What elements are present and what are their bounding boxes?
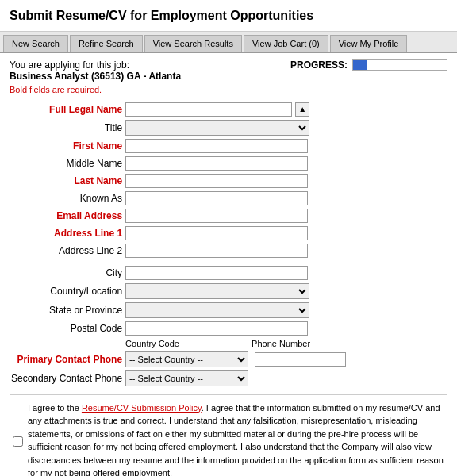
label-address-line-2: Address Line 2 — [10, 242, 124, 259]
input-primary-phone-number[interactable] — [255, 352, 346, 367]
label-city: City — [10, 264, 124, 282]
label-country-location: Country/Location — [10, 282, 124, 301]
label-known-as: Known As — [10, 190, 124, 207]
label-primary-phone: Primary Contact Phone — [10, 350, 124, 369]
input-cell-known-as — [124, 190, 447, 207]
job-info: You are applying for this job: Business … — [10, 60, 181, 82]
input-cell-city — [124, 264, 447, 282]
select-primary-phone-cc[interactable]: -- Select Country -- — [125, 351, 248, 367]
input-address-line-2[interactable] — [125, 244, 308, 258]
tab-view-search-results[interactable]: View Search Results — [144, 35, 242, 52]
agreement-body: I agree to the Resume/CV Submission Poli… — [28, 401, 444, 476]
input-address-line-1[interactable] — [125, 226, 308, 240]
phone-number-header: Phone Number — [252, 339, 310, 348]
row-address-line-2: Address Line 2 — [10, 242, 447, 259]
tab-view-job-cart[interactable]: View Job Cart (0) — [244, 35, 328, 52]
input-cell-email-address — [124, 207, 447, 225]
input-full-legal-name[interactable] — [125, 102, 292, 117]
input-cell-last-name — [124, 172, 447, 190]
agreement-rest: . I agree that the information submitted… — [28, 403, 444, 476]
label-full-legal-name: Full Legal Name — [10, 101, 124, 118]
label-title: Title — [10, 118, 124, 137]
input-postal-code[interactable] — [125, 321, 308, 336]
row-postal-code: Postal Code — [10, 320, 447, 337]
input-cell-postal-code — [124, 320, 447, 337]
input-middle-name[interactable] — [125, 156, 308, 171]
tab-view-my-profile[interactable]: View My Profile — [330, 35, 408, 52]
job-info-row: You are applying for this job: Business … — [10, 60, 447, 82]
applying-text: You are applying for this job: — [10, 60, 181, 71]
input-last-name[interactable] — [125, 174, 308, 188]
row-middle-name: Middle Name — [10, 155, 447, 172]
input-cell-address-line-1 — [124, 225, 447, 242]
progress-label: PROGRESS: — [290, 60, 348, 71]
full-legal-name-icon[interactable]: ▲ — [295, 102, 309, 117]
select-secondary-phone-cc[interactable]: -- Select Country -- — [125, 370, 248, 386]
input-cell-full-legal-name: ▲ — [124, 101, 447, 118]
row-title: Title — [10, 118, 447, 137]
progress-section: PROGRESS: — [290, 60, 447, 71]
row-country-location: Country/Location — [10, 282, 447, 301]
select-title[interactable] — [125, 120, 309, 136]
label-email-address: Email Address — [10, 207, 124, 225]
policy-link[interactable]: Resume/CV Submission Policy — [82, 403, 202, 413]
select-state-province[interactable] — [125, 302, 309, 318]
tab-bar: New Search Refine Search View Search Res… — [0, 32, 457, 53]
label-first-name: First Name — [10, 137, 124, 155]
input-city[interactable] — [125, 266, 308, 280]
input-cell-secondary-phone: -- Select Country -- — [124, 369, 447, 388]
input-cell-state-province — [124, 301, 447, 320]
row-full-legal-name: Full Legal Name ▲ — [10, 101, 447, 118]
progress-bar-inner — [353, 60, 367, 70]
tab-refine-search[interactable]: Refine Search — [70, 35, 143, 52]
label-postal-code: Postal Code — [10, 320, 124, 337]
agreement-prefix: I agree to the — [28, 403, 82, 413]
agreement-text: I agree to the Resume/CV Submission Poli… — [13, 401, 444, 476]
row-address-line-1: Address Line 1 — [10, 225, 447, 242]
input-email-address[interactable] — [125, 209, 308, 223]
label-middle-name: Middle Name — [10, 155, 124, 172]
page-header: Submit Resume/CV for Employment Opportun… — [0, 0, 457, 32]
input-cell-title — [124, 118, 447, 137]
row-state-province: State or Province — [10, 301, 447, 320]
input-known-as[interactable] — [125, 191, 308, 205]
row-primary-phone: Primary Contact Phone -- Select Country … — [10, 350, 447, 369]
job-title: Business Analyst (36513) GA - Atlanta — [10, 71, 181, 82]
phone-subheader-spacer — [10, 337, 124, 350]
input-cell-address-line-2 — [124, 242, 447, 259]
tab-new-search[interactable]: New Search — [3, 35, 68, 52]
input-cell-primary-phone: -- Select Country -- — [124, 350, 447, 369]
page-title: Submit Resume/CV for Employment Opportun… — [10, 8, 447, 25]
agreement-checkbox[interactable] — [13, 403, 23, 476]
phone-subheader-cell: Country Code Phone Number — [124, 337, 447, 350]
input-cell-first-name — [124, 137, 447, 155]
row-first-name: First Name — [10, 137, 447, 155]
select-country-location[interactable] — [125, 283, 309, 299]
row-email-address: Email Address — [10, 207, 447, 225]
phone-subheader-row: Country Code Phone Number — [10, 337, 447, 350]
required-note: Bold fields are required. — [10, 85, 447, 94]
row-city: City — [10, 264, 447, 282]
input-cell-country-location — [124, 282, 447, 301]
label-address-line-1: Address Line 1 — [10, 225, 124, 242]
label-secondary-phone: Secondary Contact Phone — [10, 369, 124, 388]
label-state-province: State or Province — [10, 301, 124, 320]
main-content: You are applying for this job: Business … — [0, 53, 457, 476]
input-first-name[interactable] — [125, 139, 308, 153]
phone-cc-header: Country Code — [125, 339, 248, 348]
input-cell-middle-name — [124, 155, 447, 172]
form-table: Full Legal Name ▲ Title First Name — [10, 101, 447, 388]
label-last-name: Last Name — [10, 172, 124, 190]
row-secondary-phone: Secondary Contact Phone -- Select Countr… — [10, 369, 447, 388]
agreement-section: I agree to the Resume/CV Submission Poli… — [10, 394, 447, 476]
row-known-as: Known As — [10, 190, 447, 207]
row-last-name: Last Name — [10, 172, 447, 190]
progress-bar-outer — [352, 60, 447, 71]
